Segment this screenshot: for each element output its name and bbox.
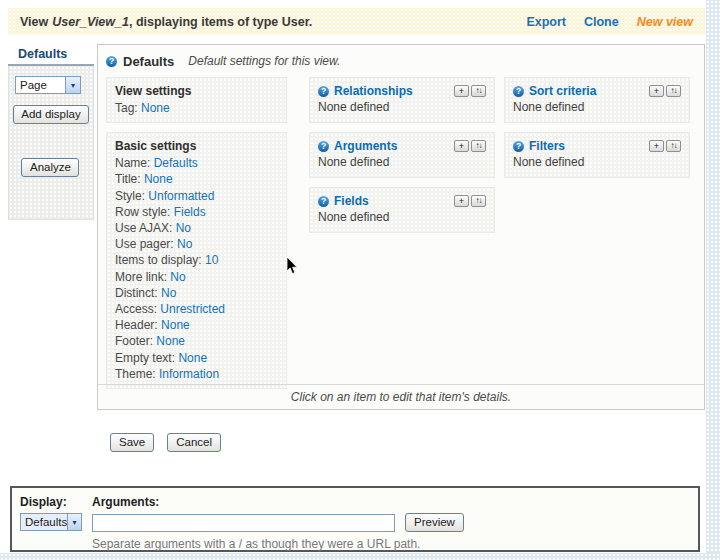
setting-row: Use pager: No (115, 236, 278, 252)
basic-settings-title: Basic settings (115, 138, 278, 155)
filters-box: ? Filters + ↑↓ None defined (504, 132, 690, 178)
setting-value-link[interactable]: None (178, 351, 207, 365)
panel-header: ? Defaults Default settings for this vie… (98, 45, 704, 69)
setting-value-link[interactable]: None (141, 101, 170, 115)
add-icon[interactable]: + (649, 85, 664, 97)
view-settings-title: View settings (115, 83, 278, 100)
cancel-button[interactable]: Cancel (167, 433, 221, 452)
add-icon[interactable]: + (649, 140, 664, 152)
setting-label: Header: (115, 318, 158, 332)
sort-criteria-empty-text: None defined (513, 99, 681, 116)
setting-label: Name: (115, 156, 150, 170)
help-icon[interactable]: ? (513, 141, 524, 152)
help-icon[interactable]: ? (318, 196, 329, 207)
rearrange-icon[interactable]: ↑↓ (666, 85, 681, 97)
preview-display-value: Defaults (21, 516, 67, 528)
chevron-down-icon: ▾ (65, 77, 80, 93)
help-icon[interactable]: ? (318, 141, 329, 152)
setting-label: More link: (115, 270, 167, 284)
tab-defaults[interactable]: Defaults (8, 44, 94, 66)
new-view-link[interactable]: New view (637, 15, 693, 29)
relationships-empty-text: None defined (318, 99, 486, 116)
add-display-button[interactable]: Add display (13, 105, 89, 124)
setting-row: Theme: Information (115, 366, 278, 382)
arguments-title-link[interactable]: Arguments (334, 138, 397, 154)
tab-defaults-label: Defaults (18, 47, 67, 61)
preview-display-select[interactable]: Defaults ▾ (20, 513, 82, 531)
panel-heading-description: Default settings for this view. (188, 54, 340, 68)
rearrange-icon[interactable]: ↑↓ (471, 85, 486, 97)
setting-value-link[interactable]: Unrestricted (160, 302, 225, 316)
setting-row: Empty text: None (115, 350, 278, 366)
setting-value-link[interactable]: Information (159, 367, 219, 381)
setting-row: More link: No (115, 269, 278, 285)
analyze-button[interactable]: Analyze (21, 158, 79, 177)
arguments-box: ? Arguments + ↑↓ None defined (309, 132, 495, 178)
setting-label: Tag: (115, 101, 138, 115)
fields-empty-text: None defined (318, 209, 486, 226)
display-label: Display: (20, 495, 92, 510)
display-type-value: Page (16, 79, 65, 91)
setting-value-link[interactable]: No (177, 237, 192, 251)
setting-value-link[interactable]: No (170, 270, 185, 284)
view-settings-box: View settings Tag: None (106, 77, 287, 123)
setting-row: Title: None (115, 171, 278, 187)
setting-row: Distinct: No (115, 285, 278, 301)
help-icon[interactable]: ? (318, 86, 329, 97)
setting-row: Style: Unformatted (115, 188, 278, 204)
setting-row: Items to display: 10 (115, 252, 278, 268)
setting-label: Theme: (115, 367, 156, 381)
setting-row: Access: Unrestricted (115, 301, 278, 317)
setting-label: Use AJAX: (115, 221, 172, 235)
setting-label: Title: (115, 172, 141, 186)
settings-columns: View settings Tag: None Basic settings N… (98, 69, 704, 398)
setting-row: Row style: Fields (115, 204, 278, 220)
export-link[interactable]: Export (526, 15, 566, 29)
fields-box: ? Fields + ↑↓ None defined (309, 187, 495, 233)
rearrange-icon[interactable]: ↑↓ (471, 195, 486, 207)
help-icon[interactable]: ? (106, 56, 117, 67)
setting-value-link[interactable]: None (161, 318, 190, 332)
view-edit-panel: ? Defaults Default settings for this vie… (97, 44, 705, 410)
setting-value-link[interactable]: None (144, 172, 173, 186)
view-title-bar: View User_View_1, displaying items of ty… (8, 8, 705, 35)
display-sidebar: Defaults Page ▾ Add display Analyze (8, 44, 94, 220)
setting-value-link[interactable]: None (156, 334, 185, 348)
relationships-title-link[interactable]: Relationships (334, 83, 413, 99)
arguments-label: Arguments: (92, 495, 698, 510)
display-type-select[interactable]: Page ▾ (15, 76, 81, 94)
basic-settings-box: Basic settings Name: Defaults Title: Non… (106, 132, 287, 389)
live-preview-panel: Display: Defaults ▾ Arguments: Preview S… (10, 486, 700, 552)
help-icon[interactable]: ? (513, 86, 524, 97)
filters-empty-text: None defined (513, 154, 681, 171)
fields-title-link[interactable]: Fields (334, 193, 369, 209)
add-icon[interactable]: + (454, 195, 469, 207)
view-title-suffix: , displaying items of type User. (129, 15, 312, 29)
setting-value-link[interactable]: Unformatted (148, 189, 214, 203)
add-icon[interactable]: + (454, 140, 469, 152)
setting-label: Empty text: (115, 351, 175, 365)
form-actions: Save Cancel (110, 433, 221, 452)
rearrange-icon[interactable]: ↑↓ (471, 140, 486, 152)
save-button[interactable]: Save (110, 433, 154, 452)
rearrange-icon[interactable]: ↑↓ (666, 140, 681, 152)
setting-row: Header: None (115, 317, 278, 333)
arguments-input[interactable] (92, 514, 395, 532)
arguments-help-text: Separate arguments with a / as though th… (92, 537, 698, 551)
relationships-box: ? Relationships + ↑↓ None defined (309, 77, 495, 123)
setting-value-link[interactable]: Fields (174, 205, 206, 219)
view-title-prefix: View (20, 15, 48, 29)
setting-label: Row style: (115, 205, 170, 219)
setting-value-link[interactable]: Defaults (154, 156, 198, 170)
filters-title-link[interactable]: Filters (529, 138, 565, 154)
setting-row: Use AJAX: No (115, 220, 278, 236)
arguments-empty-text: None defined (318, 154, 486, 171)
clone-link[interactable]: Clone (584, 15, 619, 29)
sort-criteria-title-link[interactable]: Sort criteria (529, 83, 596, 99)
add-icon[interactable]: + (454, 85, 469, 97)
setting-label: Style: (115, 189, 145, 203)
setting-value-link[interactable]: No (161, 286, 176, 300)
setting-value-link[interactable]: 10 (205, 253, 218, 267)
preview-button[interactable]: Preview (405, 513, 464, 532)
setting-value-link[interactable]: No (176, 221, 191, 235)
